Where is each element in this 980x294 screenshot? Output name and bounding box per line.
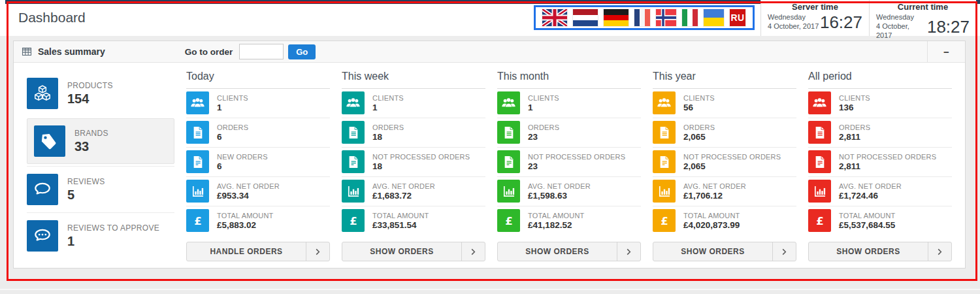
chevron-right-icon <box>306 242 329 261</box>
flag-germany[interactable] <box>604 9 629 26</box>
collapse-panel-button[interactable]: − <box>927 41 965 62</box>
stat-label: ORDERS <box>217 123 248 131</box>
stat-value: 6 <box>217 161 268 171</box>
stat-label: TOTAL AMOUNT <box>528 212 585 220</box>
speech-bubble-dots-icon <box>27 220 58 252</box>
stat-value: 18 <box>372 132 404 142</box>
flag-netherlands[interactable] <box>573 9 598 26</box>
stat-row: ORDERS 18 <box>342 118 485 148</box>
stat-value: £5,537,684.55 <box>839 220 896 230</box>
document-alt-icon <box>808 150 831 173</box>
period-column-today: Today CLIENTS 1 ORDERS 6 NEW ORDERS 6 AV… <box>186 71 330 261</box>
period-column-all-period: All period CLIENTS 136 ORDERS 2,811 NOT … <box>808 71 952 261</box>
period-column-this-year: This year CLIENTS 56 ORDERS 2,065 NOT PR… <box>653 71 796 261</box>
stat-row: CLIENTS 1 <box>186 89 330 118</box>
sales-summary-body: PRODUCTS 154 BRANDS 33 REVIEWS 5 <box>14 63 965 261</box>
flag-france[interactable] <box>634 9 650 26</box>
stat-row: NOT PROCESSED ORDERS 23 <box>497 148 641 177</box>
stat-label: AVG. NET ORDER <box>839 182 902 190</box>
stat-row: AVG. NET ORDER £953.34 <box>186 177 330 206</box>
document-alt-icon <box>497 150 520 173</box>
stat-label: CLIENTS <box>839 94 870 102</box>
chevron-right-icon <box>772 242 796 261</box>
stat-label: TOTAL AMOUNT <box>372 212 429 220</box>
stat-label: ORDERS <box>372 123 404 131</box>
stat-value: £1,683.72 <box>372 191 435 201</box>
sidebar-item-value: 33 <box>74 139 108 154</box>
stat-row: AVG. NET ORDER £1,598.63 <box>497 177 641 206</box>
page-title: Dashboard <box>18 10 86 25</box>
current-time-date: Wednesday 4 October, 2017 <box>876 13 927 40</box>
stat-row: NOT PROCESSED ORDERS 2,811 <box>808 148 952 177</box>
stat-value: 2,811 <box>839 132 870 142</box>
bar-chart-icon <box>186 180 209 203</box>
flag-ukraine[interactable] <box>704 9 724 26</box>
flag-italy[interactable] <box>682 9 698 26</box>
period-title: All period <box>808 71 952 89</box>
go-to-order-group: Go to order Go <box>185 44 316 59</box>
page-bottom-area <box>0 282 980 294</box>
stat-row: £ TOTAL AMOUNT £33,851.54 <box>342 206 485 235</box>
sidebar-item-products[interactable]: PRODUCTS 154 <box>27 71 174 116</box>
svg-text:£: £ <box>194 215 202 227</box>
stat-label: CLIENTS <box>217 94 248 102</box>
show-orders-button[interactable]: SHOW ORDERS <box>497 242 641 261</box>
flag-norway[interactable] <box>656 9 676 26</box>
sidebar-item-value: 154 <box>67 91 113 106</box>
current-time-label: Current time <box>876 2 970 12</box>
stat-row: CLIENTS 56 <box>653 89 796 118</box>
stat-row: AVG. NET ORDER £1,706.12 <box>653 177 796 206</box>
document-icon <box>497 121 520 144</box>
handle-orders-button[interactable]: HANDLE ORDERS <box>186 242 330 261</box>
svg-text:£: £ <box>350 215 357 227</box>
sidebar-item-value: 5 <box>67 188 105 203</box>
stat-label: ORDERS <box>528 123 559 131</box>
svg-text:£: £ <box>505 215 513 227</box>
stat-row: £ TOTAL AMOUNT £4,020,873.99 <box>653 206 796 235</box>
show-orders-button[interactable]: SHOW ORDERS <box>653 242 796 261</box>
stat-row: £ TOTAL AMOUNT £41,182.52 <box>497 206 641 235</box>
stat-value: £4,020,873.99 <box>683 220 740 230</box>
document-alt-icon <box>342 150 365 173</box>
stat-value: 2,811 <box>839 161 936 171</box>
panel-title: Sales summary <box>38 46 105 57</box>
chevron-right-icon <box>461 242 485 261</box>
clients-icon <box>342 91 365 114</box>
svg-text:£: £ <box>816 215 824 227</box>
stat-value: £1,706.12 <box>683 191 746 201</box>
stat-label: AVG. NET ORDER <box>683 182 746 190</box>
sidebar-item-reviews-to-approve[interactable]: REVIEWS TO APPROVE 1 <box>27 212 174 259</box>
stat-label: CLIENTS <box>528 94 559 102</box>
stat-value: 23 <box>528 132 559 142</box>
current-time-block: Current time Wednesday 4 October, 2017 1… <box>869 0 976 36</box>
flag-united-kingdom[interactable] <box>542 9 567 26</box>
show-orders-button[interactable]: SHOW ORDERS <box>342 242 485 261</box>
stat-label: CLIENTS <box>372 94 404 102</box>
stat-label: AVG. NET ORDER <box>217 182 280 190</box>
stat-value: 136 <box>839 103 870 112</box>
table-icon <box>22 46 32 57</box>
period-column-this-month: This month CLIENTS 1 ORDERS 23 NOT PROCE… <box>497 71 641 261</box>
order-number-input[interactable] <box>239 44 284 59</box>
sales-summary-panel: Sales summary Go to order Go − PRODUCTS … <box>13 41 966 269</box>
show-orders-button[interactable]: SHOW ORDERS <box>808 242 952 261</box>
stat-label: TOTAL AMOUNT <box>683 212 740 220</box>
period-title: This year <box>653 71 796 89</box>
stat-row: NEW ORDERS 6 <box>186 148 330 177</box>
flag-russian[interactable]: RU <box>730 9 745 26</box>
stat-row: CLIENTS 136 <box>808 89 952 118</box>
pound-icon: £ <box>653 209 676 232</box>
server-time-block: Server time Wednesday 4 October, 2017 16… <box>760 0 869 36</box>
document-icon <box>186 121 209 144</box>
stat-row: £ TOTAL AMOUNT £5,537,684.55 <box>808 206 952 235</box>
minus-icon: − <box>943 47 949 57</box>
go-button[interactable]: Go <box>288 44 316 59</box>
stat-label: CLIENTS <box>683 94 715 102</box>
pound-icon: £ <box>186 209 209 232</box>
sidebar-item-brands[interactable]: BRANDS 33 <box>27 118 174 164</box>
sidebar-item-reviews[interactable]: REVIEWS 5 <box>27 166 174 212</box>
clients-icon <box>653 91 676 114</box>
stat-value: 1 <box>372 103 404 112</box>
clients-icon <box>186 91 209 114</box>
period-column-this-week: This week CLIENTS 1 ORDERS 18 NOT PROCES… <box>342 71 485 261</box>
